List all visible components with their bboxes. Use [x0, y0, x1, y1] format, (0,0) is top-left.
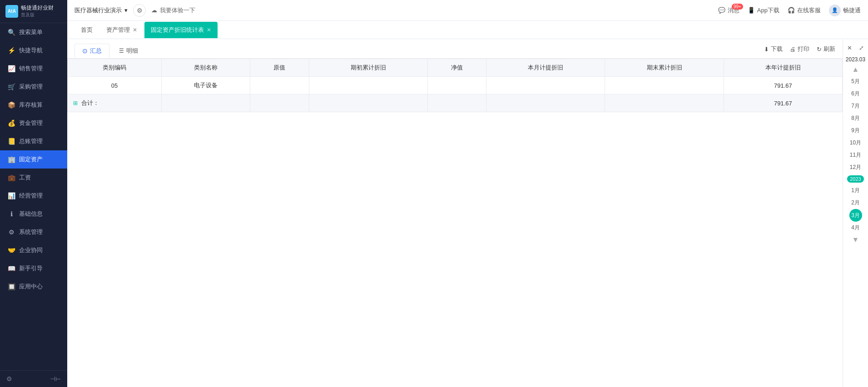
sidebar-item-企业协同[interactable]: 🤝企业协同 [0, 241, 67, 259]
sidebar-item-应用中心[interactable]: 🔲应用中心 [0, 278, 67, 296]
month-feb[interactable]: 2月 [843, 197, 868, 209]
month-item[interactable]: 11月 [843, 149, 868, 161]
sidebar-item-新手引导[interactable]: 📖新手引导 [0, 259, 67, 278]
month-item[interactable]: 12月 [843, 161, 868, 174]
refresh-btn[interactable]: ↻ 刷新 [817, 45, 835, 53]
nav-icon: 📦 [7, 101, 15, 109]
sidebar-item-系统管理[interactable]: ⚙系统管理 [0, 223, 67, 241]
col-net-value: 净值 [427, 59, 486, 77]
sidebar-item-经营管理[interactable]: 📊经营管理 [0, 187, 67, 205]
topbar: 医疗器械行业演示 ▾ ⚙ ☁ 我要体验一下 💬 消息 99+ 📱 App下载 🎧… [67, 0, 868, 21]
sub-tab-summary[interactable]: ⊙ 汇总 [74, 44, 109, 58]
tab-depreciation-close[interactable]: ✕ [207, 27, 211, 33]
month-list: 5月 6月 7月 8月 9月 10月 11月 12月 2023 1月 2月 3月… [843, 75, 868, 234]
depreciation-table: 类别编码 类别名称 原值 期初累计折旧 净值 本月计提折旧 期末累计折旧 本年计… [67, 59, 843, 112]
nav-label: 新手引导 [19, 264, 43, 273]
topbar-right: 💬 消息 99+ 📱 App下载 🎧 在线客服 👤 畅捷通 [718, 5, 861, 16]
subtotal-name [162, 94, 250, 112]
nav-icon: 📒 [7, 137, 15, 145]
nav-label: 销售管理 [19, 64, 43, 73]
phone-icon: 📱 [748, 7, 755, 14]
nav-label: 总账管理 [19, 137, 43, 145]
sidebar-item-采购管理[interactable]: 🛒采购管理 [0, 78, 67, 96]
user-menu[interactable]: 👤 畅捷通 [829, 5, 861, 16]
sidebar-item-总账管理[interactable]: 📒总账管理 [0, 132, 67, 150]
print-btn[interactable]: 🖨 打印 [790, 45, 809, 53]
sidebar-item-搜索菜单[interactable]: 🔍搜索菜单 [0, 23, 67, 41]
sidebar-item-快捷导航[interactable]: ⚡快捷导航 [0, 41, 67, 60]
print-icon: 🖨 [790, 46, 796, 53]
sidebar-logo: AtA 畅捷通好业财 普及版 [0, 0, 67, 23]
nav-icon: 📖 [7, 264, 15, 273]
month-item[interactable]: 9月 [843, 124, 868, 137]
month-apr[interactable]: 4月 [843, 222, 868, 234]
nav-icon: ⚡ [7, 46, 15, 55]
subtotal-net-value [427, 94, 486, 112]
table-wrapper: 类别编码 类别名称 原值 期初累计折旧 净值 本月计提折旧 期末累计折旧 本年计… [67, 59, 843, 387]
month-item[interactable]: 6月 [843, 88, 868, 100]
download-btn[interactable]: ⬇ 下载 [764, 45, 783, 53]
tabs-bar: 首页 资产管理 ✕ 固定资产折旧统计表 ✕ [67, 21, 868, 39]
nav-label: 基础信息 [19, 210, 43, 218]
content-area: ⊙ 汇总 ☰ 明细 ⬇ 下载 🖨 打印 [67, 39, 843, 387]
month-item[interactable]: 5月 [843, 75, 868, 88]
row-annual-depr: 791.67 [724, 77, 842, 94]
month-mar-current[interactable]: 3月 [849, 209, 862, 222]
row-name: 电子设备 [162, 77, 250, 94]
topbar-settings-btn[interactable]: ⚙ [133, 4, 146, 17]
sidebar-item-基础信息[interactable]: ℹ基础信息 [0, 205, 67, 223]
month-item[interactable]: 10月 [843, 137, 868, 149]
panel-expand-btn[interactable]: ⤢ [857, 43, 867, 53]
tab-home[interactable]: 首页 [74, 22, 99, 38]
month-item[interactable]: 7月 [843, 100, 868, 112]
scroll-up-arrow[interactable]: ▲ [850, 64, 861, 75]
nav-icon: 🔍 [7, 28, 15, 36]
customer-service-btn[interactable]: 🎧 在线客服 [788, 6, 821, 15]
company-selector[interactable]: 医疗器械行业演示 ▾ [74, 6, 128, 15]
experience-label: 我要体验一下 [160, 6, 195, 15]
nav-label: 快捷导航 [19, 46, 43, 55]
summary-tab-icon: ⊙ [82, 47, 88, 55]
download-icon: ⬇ [764, 46, 769, 53]
settings-icon[interactable]: ⚙ [6, 375, 12, 382]
nav-label: 固定资产 [19, 155, 43, 164]
messages-badge: 99+ [732, 4, 743, 10]
sidebar-item-库存核算[interactable]: 📦库存核算 [0, 96, 67, 114]
col-original: 原值 [250, 59, 309, 77]
cloud-icon: ☁ [151, 7, 157, 14]
sub-tab-detail[interactable]: ☰ 明细 [111, 44, 146, 58]
scroll-down-arrow[interactable]: ▼ [850, 234, 861, 246]
detail-tab-icon: ☰ [119, 48, 124, 54]
subtotal-end-depr [605, 94, 724, 112]
app-download-btn[interactable]: 📱 App下载 [748, 6, 779, 15]
sidebar-item-工资[interactable]: 💼工资 [0, 169, 67, 187]
tab-asset-management[interactable]: 资产管理 ✕ [100, 22, 144, 38]
month-item[interactable]: 8月 [843, 112, 868, 124]
nav-label: 企业协同 [19, 246, 43, 254]
panel-header: ✕ ⤢ [843, 43, 868, 55]
detail-tab-label: 明细 [126, 47, 138, 55]
experience-btn[interactable]: ☁ 我要体验一下 [151, 6, 195, 15]
sidebar-bottom: ⚙ ⊣⊢ [0, 370, 67, 387]
row-initial-depr [309, 77, 427, 94]
user-avatar: 👤 [829, 5, 841, 16]
main-area: 医疗器械行业演示 ▾ ⚙ ☁ 我要体验一下 💬 消息 99+ 📱 App下载 🎧… [67, 0, 868, 387]
logo-text: 畅捷通好业财 [21, 5, 54, 12]
col-end-depr: 期末累计折旧 [605, 59, 724, 77]
sidebar-item-销售管理[interactable]: 📈销售管理 [0, 60, 67, 78]
customer-service-label: 在线客服 [797, 6, 821, 15]
tab-asset-label: 资产管理 [106, 26, 130, 34]
sidebar-item-固定资产[interactable]: 🏢固定资产 [0, 150, 67, 169]
col-code: 类别编码 [68, 59, 162, 77]
sidebar-item-资金管理[interactable]: 💰资金管理 [0, 114, 67, 132]
summary-tab-label: 汇总 [90, 47, 102, 55]
month-jan[interactable]: 1月 [843, 184, 868, 197]
nav-label: 库存核算 [19, 101, 43, 109]
panel-close-btn[interactable]: ✕ [845, 43, 855, 53]
messages-btn[interactable]: 💬 消息 99+ [718, 6, 739, 15]
subtotal-row: ⊞ 合计： 791.67 [68, 94, 843, 112]
collapse-icon[interactable]: ⊣⊢ [50, 375, 61, 382]
tab-depreciation-report[interactable]: 固定资产折旧统计表 ✕ [144, 22, 218, 38]
tab-asset-close[interactable]: ✕ [133, 27, 137, 33]
dropdown-icon: ▾ [124, 7, 128, 14]
